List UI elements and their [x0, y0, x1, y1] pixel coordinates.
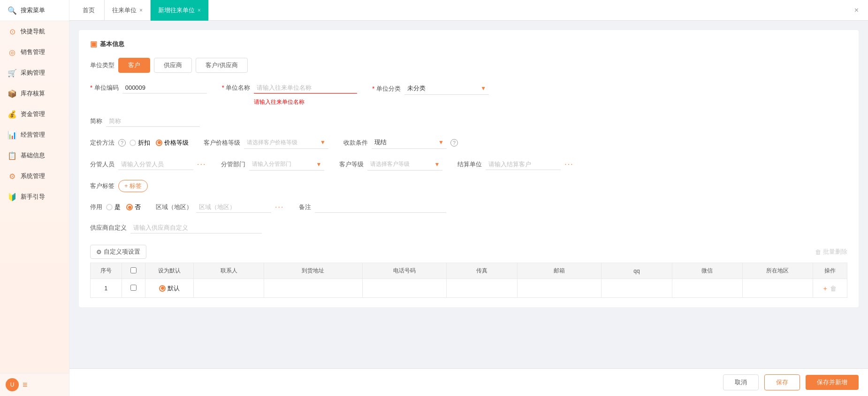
sidebar-item-finance[interactable]: 💰 资金管理 [0, 104, 69, 124]
cancel-button[interactable]: 取消 [723, 374, 759, 390]
pricing-method-field: 定价方法 ? 折扣 价格等级 [90, 139, 189, 147]
disable-label: 停用 [90, 203, 102, 211]
save-button[interactable]: 保存 [764, 374, 800, 390]
form-footer: 取消 保存 保存并新增 [69, 368, 868, 396]
table-toolbar: ⚙ 自定义项设置 🗑 批量删除 [90, 245, 847, 259]
region-label: 区域（地区） [156, 203, 192, 211]
code-name-category-row: 单位编码 单位名称 请输入往来单位名称 单位分类 未分类 [90, 82, 847, 106]
th-location: 所在地区 [742, 263, 813, 279]
delete-row-btn[interactable]: 🗑 [830, 285, 837, 292]
tabbar-close-icon[interactable]: × [849, 6, 864, 15]
th-actions: 操作 [813, 263, 847, 279]
sidebar-item-guide[interactable]: 🔰 新手引导 [0, 186, 69, 207]
tab-new-counterparty[interactable]: 新增往来单位 × [151, 0, 209, 21]
sidebar-item-inventory[interactable]: 📦 库存核算 [0, 83, 69, 104]
location-input[interactable] [759, 283, 796, 294]
short-name-label: 简称 [90, 117, 102, 125]
supplier-custom-input[interactable] [130, 222, 262, 233]
row-checkbox[interactable] [130, 285, 137, 291]
quick-nav-icon: ⊙ [8, 27, 17, 36]
phone-input[interactable] [381, 283, 428, 294]
settlement-unit-input[interactable] [486, 159, 561, 170]
unit-code-label: 单位编码 [90, 84, 119, 92]
td-email[interactable] [517, 279, 602, 298]
td-contact[interactable] [193, 279, 264, 298]
wechat-input[interactable] [688, 283, 726, 294]
sidebar-item-sales[interactable]: ◎ 销售管理 [0, 42, 69, 62]
department-select[interactable]: 请输入分管部门 ▼ [249, 158, 324, 171]
tab-home-label: 首页 [83, 6, 95, 15]
settlement-unit-label: 结算单位 [457, 160, 482, 169]
settlement-more-btn[interactable]: ··· [564, 160, 573, 169]
unit-type-row: 单位类型 客户 供应商 客户/供应商 [90, 58, 847, 73]
th-contact: 联系人 [193, 263, 264, 279]
radio-discount[interactable]: 折扣 [129, 139, 150, 147]
payment-terms-field: 收款条件 现结 ▼ ? [343, 136, 458, 149]
customer-level-select[interactable]: 请选择客户等级 ▼ [367, 158, 442, 171]
radio-price-level-label: 价格等级 [164, 139, 189, 147]
add-tag-button[interactable]: + 标签 [118, 180, 148, 192]
email-input[interactable] [536, 283, 583, 294]
address-input[interactable] [285, 283, 341, 294]
unit-type-customer[interactable]: 客户 [118, 58, 150, 73]
unit-code-input[interactable] [122, 82, 207, 93]
payment-terms-select[interactable]: 现结 ▼ [372, 136, 447, 149]
row-default-radio[interactable] [159, 285, 166, 292]
tab-new-counterparty-close[interactable]: × [198, 7, 201, 14]
sidebar-label-quick-nav: 快捷导航 [21, 27, 45, 36]
sidebar-label-system: 系统管理 [21, 172, 45, 180]
td-fax[interactable] [447, 279, 517, 298]
radio-no[interactable]: 否 [126, 203, 141, 211]
customer-price-select[interactable]: 请选择客户价格等级 ▼ [244, 137, 328, 149]
customer-level-field: 客户等级 请选择客户等级 ▼ [339, 158, 442, 171]
manager-input[interactable] [118, 159, 193, 170]
unit-name-input-wrap [254, 82, 357, 93]
td-location[interactable] [742, 279, 813, 298]
fax-input[interactable] [463, 283, 501, 294]
department-chevron: ▼ [316, 161, 321, 168]
payment-help-icon[interactable]: ? [450, 139, 458, 147]
customer-tag-label: 客户标签 [90, 182, 114, 190]
td-wechat[interactable] [672, 279, 742, 298]
tab-home[interactable]: 首页 [73, 0, 105, 21]
short-name-input[interactable] [106, 116, 200, 127]
region-input[interactable] [196, 202, 271, 213]
section-title-icon: ▣ [90, 39, 97, 48]
custom-settings-button[interactable]: ⚙ 自定义项设置 [90, 245, 146, 259]
unit-category-chevron: ▼ [480, 85, 486, 92]
guide-icon: 🔰 [8, 192, 17, 202]
tab-counterparty[interactable]: 往来单位 × [105, 0, 151, 21]
remark-input[interactable] [315, 202, 446, 213]
sidebar-item-quick-nav[interactable]: ⊙ 快捷导航 [0, 21, 69, 42]
table-select-all[interactable] [130, 267, 137, 273]
sidebar-item-operations[interactable]: 📊 经营管理 [0, 124, 69, 145]
user-avatar[interactable]: U [6, 378, 19, 391]
td-qq[interactable] [602, 279, 672, 298]
short-name-row: 简称 [90, 116, 847, 127]
add-row-btn[interactable]: + [823, 285, 827, 292]
batch-delete-button[interactable]: 🗑 批量删除 [815, 248, 847, 256]
qq-input[interactable] [618, 283, 655, 294]
sidebar-item-basic-info[interactable]: 📋 基础信息 [0, 145, 69, 166]
add-tag-label: + 标签 [124, 182, 142, 190]
customer-price-field: 客户价格等级 请选择客户价格等级 ▼ [204, 137, 328, 149]
radio-price-level[interactable]: 价格等级 [156, 139, 189, 147]
unit-name-input[interactable] [254, 82, 357, 93]
td-phone[interactable] [362, 279, 447, 298]
sidebar-item-system[interactable]: ⚙ 系统管理 [0, 166, 69, 186]
search-menu[interactable]: 🔍 搜索菜单 [0, 0, 69, 21]
contact-input[interactable] [210, 283, 248, 294]
save-new-button[interactable]: 保存并新增 [806, 375, 859, 390]
pricing-help-icon[interactable]: ? [118, 139, 126, 147]
region-more-btn[interactable]: ··· [275, 203, 284, 211]
td-address[interactable] [264, 279, 363, 298]
sidebar-label-finance: 资金管理 [21, 110, 45, 118]
sidebar-item-purchase[interactable]: 🛒 采购管理 [0, 62, 69, 83]
tab-counterparty-close[interactable]: × [139, 7, 143, 14]
manager-more-btn[interactable]: ··· [197, 160, 206, 169]
unit-category-select[interactable]: 未分类 ▼ [404, 82, 489, 95]
unit-type-both[interactable]: 客户/供应商 [196, 58, 248, 73]
unit-type-supplier[interactable]: 供应商 [154, 58, 192, 73]
radio-yes[interactable]: 是 [106, 203, 121, 211]
sidebar-bottom-icon[interactable]: ≡ [23, 380, 28, 390]
